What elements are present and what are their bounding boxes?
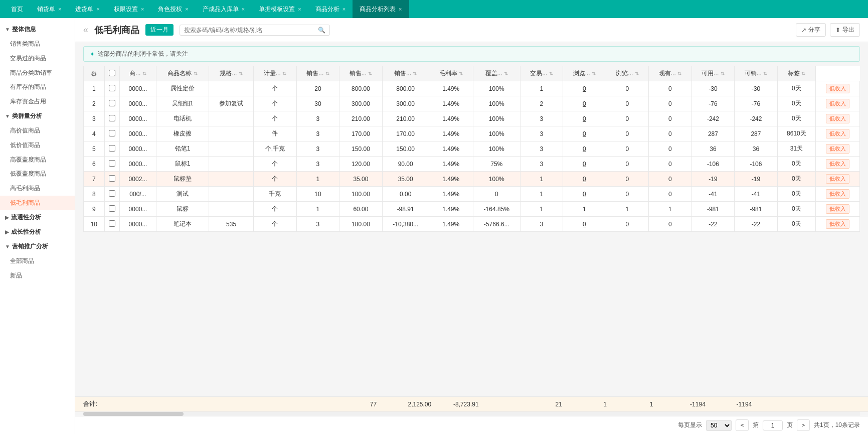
nav-role-auth[interactable]: 角色授权 × bbox=[151, 0, 195, 18]
page-size-select[interactable]: 50 100 200 bbox=[706, 420, 732, 431]
trans-link[interactable]: 0 bbox=[583, 85, 586, 92]
col-unit[interactable]: 计量... ⇅ bbox=[254, 66, 297, 81]
date-filter-button[interactable]: 近一月 bbox=[145, 24, 173, 36]
sidebar-item-low-margin[interactable]: 低毛利商品 bbox=[0, 196, 75, 210]
cell-checkbox[interactable] bbox=[104, 202, 119, 217]
export-button[interactable]: ⬆ 导出 bbox=[830, 23, 860, 37]
nav-purchase-order[interactable]: 进货单 × bbox=[68, 0, 106, 18]
sidebar-section-flow-title[interactable]: ▶ 流通性分析 bbox=[0, 210, 75, 225]
nav-sales-order[interactable]: 销货单 × bbox=[30, 0, 68, 18]
cell-checkbox[interactable] bbox=[104, 187, 119, 202]
col-transactions[interactable]: 交易... ⇅ bbox=[520, 66, 563, 81]
search-icon[interactable]: 🔍 bbox=[318, 27, 325, 34]
col-sales-profit[interactable]: 销售... ⇅ bbox=[382, 66, 429, 81]
sidebar-section-group-title[interactable]: ▼ 类群量分析 bbox=[0, 109, 75, 123]
scrollbar-thumb[interactable] bbox=[83, 412, 184, 416]
col-checkbox[interactable] bbox=[104, 66, 119, 81]
sidebar-section-growth-title[interactable]: ▶ 成长性分析 bbox=[0, 225, 75, 239]
sidebar-section-overall-title[interactable]: ▼ 整体信息 bbox=[0, 22, 75, 37]
prev-page-button[interactable]: ＜ bbox=[736, 419, 749, 431]
cell-checkbox[interactable] bbox=[104, 141, 119, 157]
search-input[interactable] bbox=[184, 27, 316, 34]
row-checkbox[interactable] bbox=[109, 220, 115, 227]
cell-checkbox[interactable] bbox=[104, 157, 119, 172]
col-coverage[interactable]: 覆盖... ⇅ bbox=[473, 66, 520, 81]
row-checkbox[interactable] bbox=[109, 205, 115, 212]
trans-link[interactable]: 0 bbox=[583, 100, 586, 107]
sidebar-item-low-value[interactable]: 低价值商品 bbox=[0, 138, 75, 153]
col-browse2[interactable]: 浏览... ⇅ bbox=[606, 66, 649, 81]
col-name[interactable]: 商品名称 ⇅ bbox=[156, 66, 209, 81]
sidebar-section-growth: ▶ 成长性分析 bbox=[0, 225, 75, 239]
sidebar-item-traded-goods[interactable]: 交易过的商品 bbox=[0, 51, 75, 66]
sidebar-item-low-coverage[interactable]: 低覆盖度商品 bbox=[0, 167, 75, 181]
cell-checkbox[interactable] bbox=[104, 126, 119, 141]
sidebar-section-marketing-title[interactable]: ▼ 营销推广分析 bbox=[0, 239, 75, 254]
col-available[interactable]: 可用... ⇅ bbox=[691, 66, 735, 81]
nav-permissions-close[interactable]: × bbox=[141, 0, 144, 18]
sidebar-item-all-products[interactable]: 全部商品 bbox=[0, 254, 75, 268]
sidebar-item-category-sales-rate[interactable]: 商品分类助销率 bbox=[0, 66, 75, 80]
nav-product-storage[interactable]: 产成品入库单 × bbox=[196, 0, 252, 18]
trans-link[interactable]: 0 bbox=[583, 191, 586, 198]
nav-home[interactable]: 首页 bbox=[4, 0, 30, 18]
sidebar-item-high-margin[interactable]: 高毛利商品 bbox=[0, 181, 75, 196]
row-checkbox[interactable] bbox=[109, 85, 115, 91]
sidebar-item-high-value[interactable]: 高价值商品 bbox=[0, 123, 75, 138]
page-number-input[interactable] bbox=[763, 420, 783, 430]
col-spec[interactable]: 规格... ⇅ bbox=[209, 66, 254, 81]
col-salable[interactable]: 可销... ⇅ bbox=[735, 66, 778, 81]
row-checkbox[interactable] bbox=[109, 175, 115, 182]
select-all-checkbox[interactable] bbox=[109, 70, 115, 76]
nav-product-analysis-list[interactable]: 商品分析列表 × bbox=[353, 0, 409, 18]
nav-purchase-order-close[interactable]: × bbox=[96, 0, 99, 18]
trans-link[interactable]: 1 bbox=[583, 206, 586, 213]
nav-template-settings-close[interactable]: × bbox=[298, 0, 301, 18]
nav-product-analysis[interactable]: 商品分析 × bbox=[308, 0, 353, 18]
cell-checkbox[interactable] bbox=[104, 217, 119, 232]
sidebar-item-stock-capital[interactable]: 库存资金占用 bbox=[0, 94, 75, 109]
nav-template-settings[interactable]: 单据模板设置 × bbox=[252, 0, 308, 18]
trans-link[interactable]: 0 bbox=[583, 161, 586, 168]
row-checkbox[interactable] bbox=[109, 100, 115, 106]
sidebar-item-high-coverage[interactable]: 高覆盖度商品 bbox=[0, 153, 75, 167]
gear-icon[interactable]: ⚙ bbox=[91, 70, 97, 78]
row-checkbox[interactable] bbox=[109, 190, 115, 197]
trans-link[interactable]: 0 bbox=[583, 176, 586, 183]
trans-link[interactable]: 0 bbox=[583, 146, 586, 153]
nav-role-auth-close[interactable]: × bbox=[185, 0, 188, 18]
cell-checkbox[interactable] bbox=[104, 172, 119, 187]
next-page-button[interactable]: ＞ bbox=[797, 419, 810, 431]
row-checkbox[interactable] bbox=[109, 145, 115, 152]
cell-checkbox[interactable] bbox=[104, 96, 119, 111]
trans-link[interactable]: 0 bbox=[583, 130, 586, 137]
share-button[interactable]: ↗ 分享 bbox=[796, 23, 826, 37]
col-stock[interactable]: 现有... ⇅ bbox=[649, 66, 692, 81]
trans-link[interactable]: 0 bbox=[583, 221, 586, 228]
cell-checkbox[interactable] bbox=[104, 111, 119, 126]
col-tag[interactable]: 标签 ⇅ bbox=[777, 66, 815, 81]
col-sales-qty[interactable]: 销售... ⇅ bbox=[296, 66, 339, 81]
sidebar-item-sales-goods[interactable]: 销售类商品 bbox=[0, 37, 75, 51]
cell-salable: 0天 bbox=[777, 172, 815, 187]
nav-product-analysis-list-close[interactable]: × bbox=[399, 0, 402, 18]
table-wrapper[interactable]: ⚙ 商... ⇅ 商品名称 ⇅ 规格... ⇅ 计量... ⇅ 销售... ⇅ … bbox=[75, 66, 868, 396]
row-checkbox[interactable] bbox=[109, 115, 115, 121]
sidebar-collapse-btn[interactable]: « bbox=[83, 25, 88, 35]
nav-permissions[interactable]: 权限设置 × bbox=[107, 0, 151, 18]
col-sales-amount[interactable]: 销售... ⇅ bbox=[339, 66, 383, 81]
nav-product-analysis-close[interactable]: × bbox=[342, 0, 345, 18]
row-checkbox[interactable] bbox=[109, 130, 115, 136]
col-browse1[interactable]: 浏览... ⇅ bbox=[563, 66, 606, 81]
col-code[interactable]: 商... ⇅ bbox=[119, 66, 156, 81]
trans-link[interactable]: 0 bbox=[583, 115, 586, 122]
col-settings[interactable]: ⚙ bbox=[84, 66, 105, 81]
nav-sales-order-close[interactable]: × bbox=[58, 0, 61, 18]
cell-qty: 1 bbox=[296, 172, 339, 187]
col-gross-margin[interactable]: 毛利率 ⇅ bbox=[429, 66, 473, 81]
row-checkbox[interactable] bbox=[109, 160, 115, 167]
nav-product-storage-close[interactable]: × bbox=[242, 0, 245, 18]
sidebar-item-in-stock[interactable]: 有库存的商品 bbox=[0, 80, 75, 94]
cell-checkbox[interactable] bbox=[104, 81, 119, 96]
sidebar-item-new-products[interactable]: 新品 bbox=[0, 268, 75, 283]
